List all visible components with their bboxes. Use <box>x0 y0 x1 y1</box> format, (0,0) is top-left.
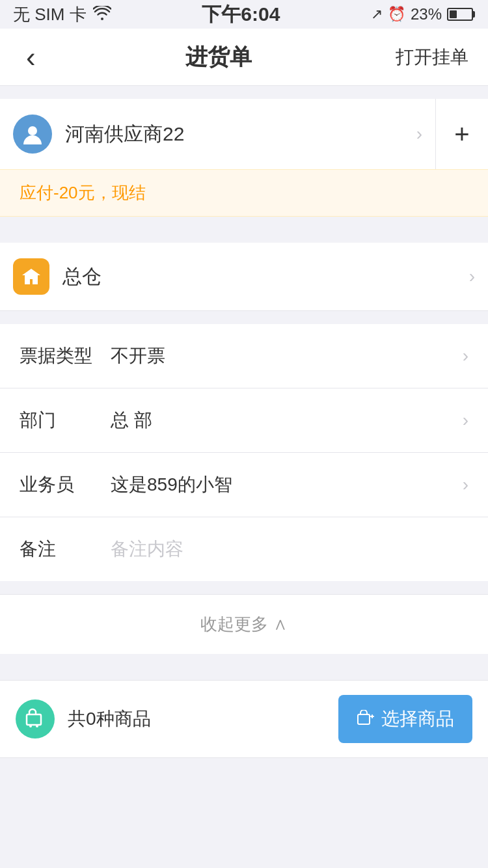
supplier-name: 河南供应商22 <box>65 121 410 148</box>
open-pending-button[interactable]: 打开挂单 <box>396 45 468 70</box>
add-supplier-button[interactable]: + <box>436 99 488 169</box>
svg-point-3 <box>36 725 38 727</box>
location-icon: ↗ <box>371 6 383 23</box>
wifi-icon <box>93 5 111 25</box>
salesperson-value: 这是859的小智 <box>111 472 456 497</box>
product-count-label: 共0种商品 <box>68 707 338 731</box>
carrier-label: 无 SIM 卡 <box>13 3 87 26</box>
remark-row[interactable]: 备注 备注内容 <box>0 517 488 581</box>
svg-point-2 <box>29 725 32 727</box>
notice-text: 应付-20元，现结 <box>20 183 146 202</box>
notice-bar: 应付-20元，现结 <box>0 169 488 217</box>
supplier-selector[interactable]: 河南供应商22 › <box>0 99 436 169</box>
supplier-section: 河南供应商22 › + <box>0 99 488 169</box>
status-bar: 无 SIM 卡 下午6:04 ↗ ⏰ 23% <box>0 0 488 29</box>
person-icon <box>21 122 44 146</box>
salesperson-row[interactable]: 业务员 这是859的小智 › <box>0 453 488 517</box>
form-section: 票据类型 不开票 › 部门 总 部 › 业务员 这是859的小智 › 备注 备注… <box>0 324 488 581</box>
chevron-right-icon: › <box>416 124 422 144</box>
product-icon <box>16 699 55 739</box>
battery-percent: 23% <box>411 5 442 23</box>
warehouse-icon <box>13 258 49 295</box>
nav-bar: ‹ 进货单 打开挂单 <box>0 29 488 86</box>
warehouse-chevron-icon: › <box>469 266 475 287</box>
page-title: 进货单 <box>185 42 252 72</box>
department-row[interactable]: 部门 总 部 › <box>0 388 488 453</box>
svg-point-0 <box>28 126 37 135</box>
invoice-type-value: 不开票 <box>111 344 456 368</box>
add-cart-icon <box>357 710 375 728</box>
remark-label: 备注 <box>20 537 111 562</box>
salesperson-chevron-icon: › <box>463 474 468 495</box>
warehouse-name: 总仓 <box>62 264 463 290</box>
status-right: ↗ ⏰ 23% <box>371 5 475 23</box>
status-left: 无 SIM 卡 <box>13 3 111 26</box>
background-fill <box>0 758 488 868</box>
department-chevron-icon: › <box>463 410 468 431</box>
warehouse-section[interactable]: 总仓 › <box>0 243 488 311</box>
gap-3 <box>0 311 488 324</box>
product-section: 共0种商品 选择商品 <box>0 680 488 758</box>
department-label: 部门 <box>20 408 111 433</box>
invoice-type-row[interactable]: 票据类型 不开票 › <box>0 324 488 388</box>
department-value: 总 部 <box>111 408 456 433</box>
back-button[interactable]: ‹ <box>20 34 42 80</box>
invoice-type-label: 票据类型 <box>20 344 111 368</box>
cart-icon <box>24 708 46 730</box>
status-time: 下午6:04 <box>202 1 280 28</box>
supplier-avatar <box>13 115 52 154</box>
home-icon <box>21 266 42 287</box>
svg-rect-4 <box>358 714 370 724</box>
svg-rect-1 <box>27 714 41 725</box>
invoice-chevron-icon: › <box>463 346 468 366</box>
gap-4 <box>0 654 488 667</box>
remark-placeholder[interactable]: 备注内容 <box>111 537 468 562</box>
salesperson-label: 业务员 <box>20 472 111 497</box>
select-product-label: 选择商品 <box>381 707 454 731</box>
select-product-button[interactable]: 选择商品 <box>338 695 472 743</box>
collapse-label: 收起更多 ∧ <box>200 613 287 636</box>
alarm-icon: ⏰ <box>388 6 405 23</box>
collapse-section[interactable]: 收起更多 ∧ <box>0 594 488 654</box>
battery-icon <box>447 8 475 21</box>
gap-2 <box>0 217 488 230</box>
gap-1 <box>0 86 488 99</box>
